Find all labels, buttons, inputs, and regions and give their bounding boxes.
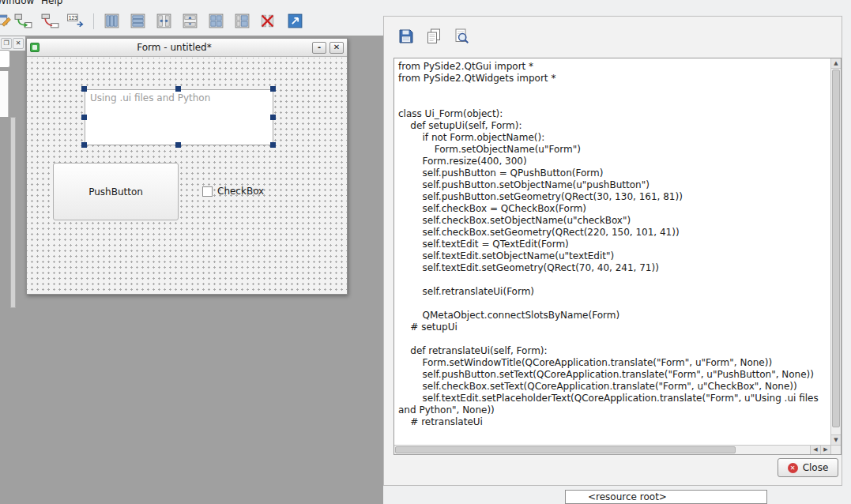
edit-signals-slots-icon[interactable] [13,10,33,31]
code-line: self.checkBox.setGeometry(QRect(220, 150… [398,227,830,239]
layout-vertically-icon[interactable] [127,10,148,31]
selection-handle-bottom-left[interactable] [81,142,87,148]
selection-handle-top-center[interactable] [175,86,181,92]
horizontal-scrollbar-handle[interactable] [395,446,736,453]
code-line: Form.resize(400, 300) [398,156,830,167]
main-toolbar: 123 [0,7,383,36]
code-line: class Ui_Form(object): [398,108,830,120]
scroll-left-arrow[interactable]: ◀ [810,446,820,454]
close-button[interactable]: ✕ Close [778,458,838,477]
form-window-titlebar[interactable]: Form - untitled* - ✕ [27,39,347,57]
code-line: self.textEdit.setObjectName(u"textEdit") [398,250,830,262]
code-line [398,333,830,345]
code-line: # setupUi [398,322,830,333]
layout-horizontal-splitter-icon[interactable] [153,10,174,31]
code-line: self.pushButton = QPushButton(Form) [398,167,830,179]
code-line: self.textEdit.setPlaceholderText(QCoreAp… [398,393,830,404]
checkbox-label: CheckBox [217,186,264,197]
horizontal-scrollbar[interactable]: ◀ ▶ [394,445,830,454]
code-line: self.pushButton.setText(QCoreApplication… [398,369,830,381]
layout-form-icon[interactable] [232,10,252,31]
widget-box-list-fragment [0,71,9,117]
pushbutton-widget[interactable]: PushButton [53,163,179,220]
pushbutton-label: PushButton [88,186,143,197]
widget-box-filter-fragment[interactable] [0,50,10,68]
dock-float-button[interactable]: ❐ [1,38,12,49]
save-icon[interactable] [397,27,416,46]
code-line: from PySide2.QtWidgets import * [398,73,830,85]
code-line: self.pushButton.setGeometry(QRect(30, 13… [398,191,830,203]
edit-tab-order-icon[interactable]: 123 [65,10,85,31]
dock-close-button[interactable]: ✕ [13,38,24,49]
selection-handle-top-right[interactable] [270,86,276,92]
code-line: def setupUi(self, Form): [398,120,830,132]
code-line: self.retranslateUi(Form) [398,286,830,298]
code-line [398,85,830,96]
layout-grid-icon[interactable] [205,10,226,31]
code-line [398,298,830,310]
scroll-right-arrow[interactable]: ▶ [820,446,830,454]
code-dialog-toolbar [397,27,471,46]
resource-browser-fragment: <resource root> [565,490,767,504]
vertical-scrollbar-handle[interactable] [832,70,840,427]
form-window-icon [30,43,40,52]
scroll-down-arrow[interactable]: ▼ [831,434,841,445]
selection-handle-top-left[interactable] [81,86,87,92]
code-line: # retranslateUi [398,416,830,428]
resource-root-item[interactable]: <resource root> [588,491,667,503]
code-line: and Python", None)) [398,404,830,416]
code-line: self.textEdit = QTextEdit(Form) [398,239,830,250]
close-window-button[interactable]: ✕ [329,42,344,54]
adjust-size-icon[interactable] [284,10,305,31]
selection-handle-mid-right[interactable] [270,115,276,120]
code-line: self.checkBox.setObjectName(u"checkBox") [398,215,830,227]
selection-handle-bottom-right[interactable] [270,142,276,148]
code-line [398,96,830,108]
textedit-widget[interactable]: Using .ui files and Python [85,89,273,145]
code-line: self.textEdit.setGeometry(QRect(70, 40, … [398,262,830,274]
scrollbar-corner [830,445,841,454]
svg-text:123: 123 [68,15,77,21]
break-layout-icon[interactable] [257,10,277,31]
menu-item-help[interactable]: Help [41,0,62,6]
code-line: from PySide2.QtGui import * [398,61,830,73]
mdi-area: ❐ ✕ Form - untitled* - ✕ Using .ui files… [0,36,383,504]
code-line: self.checkBox = QCheckBox(Form) [398,203,830,215]
layout-vertical-splitter-icon[interactable] [179,10,200,31]
checkbox-widget[interactable]: CheckBox [202,186,264,197]
copy-icon[interactable] [424,27,443,46]
close-circle-icon: ✕ [788,463,798,473]
widget-box-scrollbar[interactable] [10,117,16,308]
layout-horizontally-icon[interactable] [101,10,122,31]
widget-box-dock-header: ❐ ✕ [0,36,25,51]
vertical-scrollbar[interactable]: ▲ ▼ [830,58,841,445]
view-code-dialog: from PySide2.QtGui import *from PySide2.… [383,16,842,486]
close-button-label: Close [803,462,829,473]
form-window-title: Form - untitled* [40,42,309,53]
form-editor-window: Form - untitled* - ✕ Using .ui files and… [26,38,348,295]
minimize-button[interactable]: - [312,42,326,54]
code-text-area[interactable]: from PySide2.QtGui import *from PySide2.… [393,58,842,455]
code-line: Form.setObjectName(u"Form") [398,144,830,156]
scroll-up-arrow[interactable]: ▲ [831,58,841,69]
code-line: Form.setWindowTitle(QCoreApplication.tra… [398,357,830,369]
code-line: def retranslateUi(self, Form): [398,345,830,357]
find-icon[interactable] [452,27,471,46]
edit-buddies-icon[interactable] [40,10,60,31]
selection-handle-bottom-center[interactable] [175,142,181,148]
edit-widgets-icon[interactable] [0,10,13,31]
code-line: if not Form.objectName(): [398,132,830,144]
code-line: QMetaObject.connectSlotsByName(Form) [398,310,830,322]
code-line: self.pushButton.setObjectName(u"pushButt… [398,179,830,191]
form-canvas[interactable]: Using .ui files and Python PushButton Ch… [27,58,347,294]
code-lines: from PySide2.QtGui import *from PySide2.… [394,58,830,445]
menu-item-window[interactable]: Window [0,0,34,6]
code-line: self.checkBox.setText(QCoreApplication.t… [398,381,830,393]
toolbar-separator [93,13,94,29]
code-line [398,274,830,286]
selection-handle-mid-left[interactable] [81,115,87,120]
menu-bar: Window Help [0,0,383,7]
checkbox-box[interactable] [202,186,213,197]
